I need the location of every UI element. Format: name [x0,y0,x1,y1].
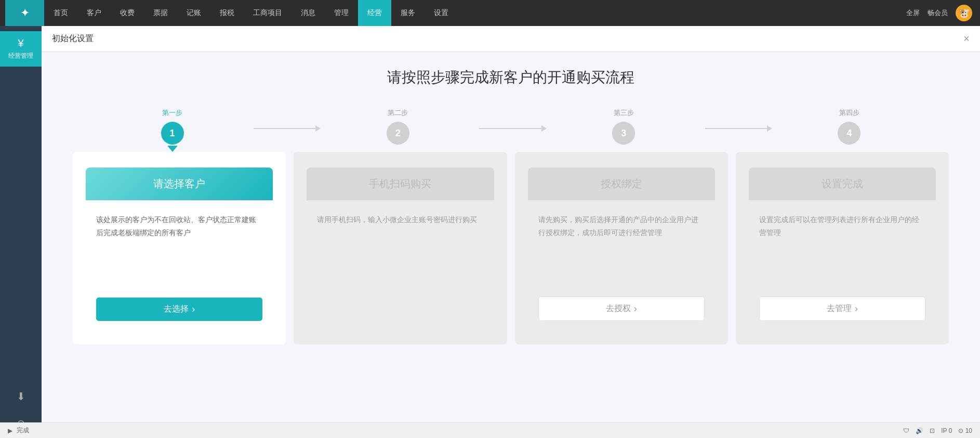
nav-items-container: 首页 客户 收费 票据 记账 报税 工商项目 消息 管理 经营 服务 设置 [44,0,906,26]
card-1-btn-icon: › [192,304,195,315]
connector-line-3 [705,128,768,129]
cards-container: 请选择客户 该处展示的客户为不在回收站、客户状态正常建账后完成老板端绑定的所有客… [62,152,959,344]
member-button[interactable]: 畅会员 [928,8,948,18]
card-1-body: 该处展示的客户为不在回收站、客户状态正常建账后完成老板端绑定的所有客户 [86,200,273,298]
card-3-title: 授权绑定 [601,178,642,189]
main-content: 初始化设置 × 请按照步骤完成新客户的开通购买流程 第一步 1 第二步 2 [42,26,980,422]
fullscreen-button[interactable]: 全屏 [906,8,920,18]
nav-item-operation[interactable]: 经营 [358,0,391,26]
sidebar: ¥ 经营管理 ⬇ ⊙ [0,26,42,438]
sidebar-item-operation[interactable]: ¥ 经营管理 [0,31,42,67]
card-4-footer: 去管理 › [749,297,936,331]
nav-right-area: 全屏 畅会员 🐮 [906,5,980,21]
nav-item-home[interactable]: 首页 [44,0,77,26]
card-2-footer [307,321,494,331]
card-3-header: 授权绑定 [528,168,715,200]
card-1-button[interactable]: 去选择 › [96,298,262,321]
nav-item-settings[interactable]: 设置 [425,0,458,26]
status-bar: ▶ 完成 🛡 🔊 ⊡ IP 0 ⊙ 10 [0,422,980,438]
nav-item-service[interactable]: 服务 [391,0,425,26]
ip-info: IP 0 [941,427,952,434]
arrow-1 [251,128,319,129]
card-1-footer: 去选择 › [86,298,273,331]
nav-item-manage[interactable]: 管理 [325,0,358,26]
step-4-spacer [838,145,860,152]
card-4-btn-label: 去管理 [827,303,852,314]
card-4-button[interactable]: 去管理 › [759,297,925,321]
step-2-spacer [387,145,409,152]
status-text: 完成 [17,426,29,435]
nav-item-message[interactable]: 消息 [292,0,325,26]
arrow-head-1 [315,125,321,132]
step-4: 第四步 4 [771,108,928,152]
card-2-desc: 请用手机扫码，输入小微企业主账号密码进行购买 [317,213,483,226]
operation-icon: ¥ [18,37,23,49]
card-3-body: 请先购买，购买后选择开通的产品中的企业用户进行授权绑定，成功后即可进行经营管理 [528,200,715,297]
page-title: 初始化设置 [52,33,94,44]
main-heading: 请按照步骤完成新客户的开通购买流程 [62,68,959,87]
card-4-body: 设置完成后可以在管理列表进行所有企业用户的经营管理 [749,200,936,297]
card-3-btn-label: 去授权 [606,303,631,314]
card-4-title: 设置完成 [822,178,863,189]
card-3-btn-icon: › [634,303,637,314]
download-icon: ⬇ [17,390,25,403]
card-3-button[interactable]: 去授权 › [538,297,705,321]
nav-item-tax[interactable]: 报税 [210,0,244,26]
card-1-title: 请选择客户 [153,178,205,189]
clock-info: ⊙ 10 [958,427,972,434]
content-area: 请按照步骤完成新客户的开通购买流程 第一步 1 第二步 2 [42,52,980,360]
card-1-btn-label: 去选择 [164,304,189,315]
sidebar-item-label: 经营管理 [8,51,33,60]
nav-item-business[interactable]: 工商项目 [244,0,292,26]
step-4-circle: 4 [838,122,860,145]
nav-item-fee[interactable]: 收费 [111,0,144,26]
card-2-title: 手机扫码购买 [369,178,431,189]
connector-line-1 [254,128,316,129]
arrow-head-2 [541,125,547,132]
volume-icon: 🔊 [916,427,923,434]
step-2: 第二步 2 [319,108,476,152]
status-right: 🛡 🔊 ⊡ IP 0 ⊙ 10 [903,427,972,434]
step-1-pointer [167,146,178,152]
screen-icon: ⊡ [930,427,935,434]
step-3: 第三步 3 [545,108,703,152]
step-2-circle: 2 [387,122,409,145]
nav-logo: ✦ [5,0,44,26]
step-1-circle: 1 [161,122,184,145]
card-2: 手机扫码购买 请用手机扫码，输入小微企业主账号密码进行购买 [294,152,507,344]
step-4-label: 第四步 [839,108,859,118]
step-1: 第一步 1 [94,108,251,152]
connector-line-2 [479,128,542,129]
step-2-label: 第二步 [388,108,408,118]
user-avatar[interactable]: 🐮 [956,5,972,21]
card-3-footer: 去授权 › [528,297,715,331]
card-2-body: 请用手机扫码，输入小微企业主账号密码进行购买 [307,200,494,321]
top-navigation: ✦ 首页 客户 收费 票据 记账 报税 工商项目 消息 管理 经营 服务 设置 … [0,0,980,26]
card-1: 请选择客户 该处展示的客户为不在回收站、客户状态正常建账后完成老板端绑定的所有客… [73,152,286,344]
arrow-3 [703,128,771,129]
card-4-desc: 设置完成后可以在管理列表进行所有企业用户的经营管理 [759,213,925,239]
step-3-label: 第三步 [614,108,634,118]
card-2-header: 手机扫码购买 [307,168,494,200]
step-1-label: 第一步 [162,108,182,118]
close-button[interactable]: × [963,33,970,45]
nav-item-customer[interactable]: 客户 [77,0,111,26]
shield-icon: 🛡 [903,427,909,434]
nav-item-bookkeeping[interactable]: 记账 [177,0,210,26]
arrow-head-3 [767,125,772,132]
sidebar-item-download[interactable]: ⬇ [0,384,42,411]
page-header: 初始化设置 × [42,26,980,52]
card-1-header: 请选择客户 [86,168,273,200]
play-icon: ▶ [8,427,12,434]
nav-item-invoice[interactable]: 票据 [144,0,177,26]
card-3: 授权绑定 请先购买，购买后选择开通的产品中的企业用户进行授权绑定，成功后即可进行… [515,152,728,344]
status-left: ▶ 完成 [8,426,29,435]
arrow-2 [476,128,545,129]
card-4-btn-icon: › [855,303,858,314]
logo-icon: ✦ [20,6,30,20]
step-3-spacer [612,145,635,152]
card-4-header: 设置完成 [749,168,936,200]
card-4: 设置完成 设置完成后可以在管理列表进行所有企业用户的经营管理 去管理 › [736,152,949,344]
step-3-circle: 3 [612,122,635,145]
card-3-desc: 请先购买，购买后选择开通的产品中的企业用户进行授权绑定，成功后即可进行经营管理 [538,213,705,239]
